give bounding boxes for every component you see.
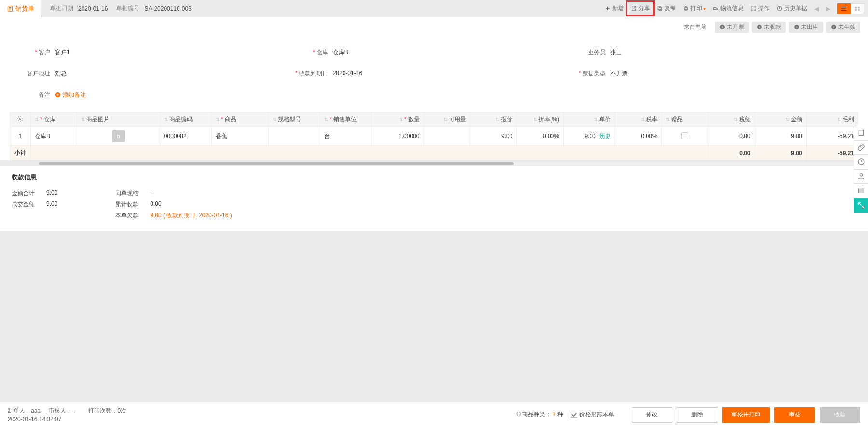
cell-product[interactable]: 香蕉 [212, 127, 269, 146]
salesman-label: 业务员 [588, 49, 606, 56]
cell-discount[interactable]: 0.00% [517, 127, 563, 146]
rail-note-button[interactable] [854, 126, 868, 140]
price-follow-checkbox[interactable]: 价格跟踪本单 [571, 411, 614, 419]
col-taxrate[interactable]: ⇅税率 [615, 113, 661, 127]
auditor-value: -- [72, 407, 76, 414]
col-profit[interactable]: ⇅毛利 [806, 113, 858, 127]
svg-rect-26 [859, 130, 863, 136]
addr-name[interactable]: 刘总 [55, 70, 67, 78]
customer-value[interactable]: 客户1 [55, 48, 70, 57]
rail-attach-button[interactable] [854, 140, 868, 155]
footer-bar: 制单人：aaa 审核人：-- 打印次数：0次 2020-01-16 14:32:… [0, 402, 868, 427]
col-code[interactable]: ⇅商品编码 [160, 113, 211, 127]
share-icon [631, 5, 637, 12]
edit-button[interactable]: 修改 [632, 407, 672, 423]
col-discount[interactable]: ⇅折率(%) [517, 113, 563, 127]
cell-avail [424, 127, 470, 146]
col-spec[interactable]: ⇅规格型号 [268, 113, 320, 127]
audit-print-button[interactable]: 审核并打印 [722, 407, 770, 423]
no-invoice-badge[interactable]: i 未开票 [715, 22, 749, 33]
col-amount[interactable]: ⇅金额 [755, 113, 806, 127]
not-effective-badge[interactable]: i 未生效 [826, 22, 860, 33]
no-out-badge[interactable]: i 未出库 [789, 22, 823, 33]
subtotal-label: 小计 [10, 146, 31, 160]
no-receipt-badge[interactable]: i 未收款 [752, 22, 786, 33]
debt-label: 本单欠款 [115, 212, 150, 220]
col-price[interactable]: ⇅单价 [563, 113, 615, 127]
remark-label: 备注 [39, 91, 50, 98]
warehouse-value[interactable]: 仓库B [333, 48, 348, 57]
col-warehouse[interactable]: ⇅*仓库 [30, 113, 77, 127]
cell-price[interactable]: 9.00 历史 [563, 127, 615, 146]
product-kinds: © 商品种类：1种 [516, 411, 563, 419]
cell-warehouse[interactable]: 仓库B [30, 127, 77, 146]
cell-quote[interactable]: 9.00 [470, 127, 516, 146]
doc-tab[interactable]: 销货单 [0, 0, 41, 17]
view-list-button[interactable] [837, 3, 851, 14]
attachment-icon [857, 143, 865, 151]
operate-button[interactable]: 操作 [747, 2, 772, 14]
share-button[interactable]: 分享 [628, 2, 653, 14]
cell-code[interactable]: 0000002 [160, 127, 211, 146]
prev-doc-button[interactable]: ◀ [811, 3, 822, 14]
svg-rect-14 [855, 9, 857, 10]
print-button[interactable]: 打印 ▾ [680, 2, 709, 14]
col-tax[interactable]: ⇅税额 [708, 113, 755, 127]
col-quote[interactable]: ⇅报价 [470, 113, 516, 127]
salesman-value[interactable]: 张三 [610, 48, 622, 57]
cum-value: 0.00 [150, 200, 161, 209]
add-remark-button[interactable]: 添加备注 [55, 91, 86, 99]
cell-profit: -59.21 [806, 127, 858, 146]
clock-icon [857, 158, 865, 166]
due-value[interactable]: 2020-01-16 [333, 70, 362, 77]
next-doc-button[interactable]: ▶ [823, 3, 833, 14]
delete-button[interactable]: 删除 [677, 407, 717, 423]
view-card-button[interactable] [851, 3, 864, 14]
col-unit[interactable]: ⇅*销售单位 [320, 113, 372, 127]
doc-no-value: SA-20200116-003 [144, 5, 191, 12]
row-index: 1 [10, 127, 31, 146]
col-qty[interactable]: ⇅*数量 [372, 113, 424, 127]
subtotal-amount: 9.00 [755, 146, 806, 160]
audit-button[interactable]: 审核 [774, 407, 815, 423]
info-icon: i [719, 24, 725, 30]
receive-button[interactable]: 收款 [820, 407, 860, 423]
logistics-button[interactable]: 物流信息 [710, 2, 746, 14]
table-row[interactable]: 1 仓库B b 0000002 香蕉 台 1.00000 9.00 0.00% … [10, 127, 858, 146]
svg-rect-2 [658, 6, 661, 10]
copy-icon [657, 5, 663, 12]
cell-gift[interactable] [661, 127, 708, 146]
total-label: 金额合计 [12, 189, 46, 198]
rail-barcode-button[interactable] [854, 184, 868, 198]
price-history-link[interactable]: 历史 [599, 133, 611, 140]
svg-rect-8 [754, 6, 756, 8]
svg-rect-7 [751, 6, 753, 8]
col-gift[interactable]: ⇅赠品 [661, 113, 708, 127]
document-icon [7, 5, 14, 12]
action-bar: 新增 分享 复制 打印 ▾ 物流信息 操作 历史单据 ◀ ▶ [602, 2, 864, 14]
new-button[interactable]: 新增 [602, 2, 627, 14]
horizontal-scrollbar[interactable] [39, 161, 858, 166]
cum-label: 累计收款 [115, 200, 150, 209]
rail-expand-button[interactable] [854, 198, 868, 213]
print-count-value: 0次 [117, 407, 126, 414]
cell-spec[interactable] [268, 127, 320, 146]
invoice-type-value[interactable]: 不开票 [610, 70, 628, 78]
col-settings[interactable] [10, 113, 31, 127]
col-product[interactable]: ⇅*商品 [212, 113, 269, 127]
cell-image[interactable]: b [77, 127, 160, 146]
side-rail [854, 126, 868, 213]
rail-time-button[interactable] [854, 155, 868, 169]
col-avail[interactable]: ⇅可用量 [424, 113, 470, 127]
cell-unit[interactable]: 台 [320, 127, 372, 146]
footer-timestamp: 2020-01-16 14:32:07 [8, 415, 126, 424]
copy-button[interactable]: 复制 [654, 2, 679, 14]
history-button[interactable]: 历史单据 [773, 2, 810, 14]
rail-user-button[interactable] [854, 169, 868, 184]
view-toggle [837, 3, 864, 14]
cell-qty[interactable]: 1.00000 [372, 127, 424, 146]
gift-checkbox[interactable] [681, 132, 688, 139]
col-image[interactable]: ⇅商品图片 [77, 113, 160, 127]
barcode-icon [857, 187, 865, 195]
cell-taxrate[interactable]: 0.00% [615, 127, 661, 146]
